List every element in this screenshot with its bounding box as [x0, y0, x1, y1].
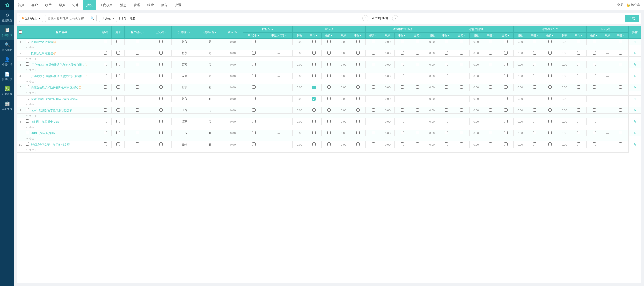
difang-jf[interactable]	[542, 50, 558, 57]
jiaoyu-jf-cb[interactable]	[460, 74, 463, 77]
zengjie-jiaofei-cell[interactable]	[322, 39, 337, 45]
confirm-cell[interactable]	[125, 84, 150, 91]
chaoshui-cell[interactable]	[99, 84, 112, 91]
difang-sb-cb[interactable]	[533, 85, 536, 89]
qingka-cell[interactable]	[112, 61, 125, 68]
chengshi-sb-cb[interactable]	[401, 142, 404, 146]
difang-jf-cb[interactable]	[548, 108, 552, 112]
qingka-cb[interactable]	[116, 40, 120, 43]
zengjie-shenb2[interactable]	[350, 96, 366, 102]
zengjie-shenb-cb[interactable]	[312, 108, 316, 112]
chengshi-shenb[interactable]	[395, 130, 410, 136]
yinshua-jf-cb[interactable]	[593, 74, 596, 77]
customer-name[interactable]: （勿删）江西股金-LSS	[24, 118, 99, 125]
chaoshui-cell[interactable]	[99, 73, 112, 79]
difang-sb-cb[interactable]	[533, 142, 536, 146]
action-cell[interactable]: ✎	[628, 73, 641, 79]
zengjie-jf-cb[interactable]	[327, 74, 331, 77]
difang-sb-cb[interactable]	[533, 120, 536, 123]
jiaoyu-jf-cb[interactable]	[460, 120, 463, 123]
qingka-cb[interactable]	[116, 142, 120, 146]
caiwu-yue-cell[interactable]: —	[265, 96, 293, 102]
jiaoyu-jf2[interactable]	[498, 96, 514, 102]
zengjie-shenb2[interactable]	[350, 118, 366, 125]
jiaoyu-jf[interactable]	[454, 118, 470, 125]
chengshi-jf-cb[interactable]	[372, 131, 375, 134]
yinshua-jf-cb[interactable]	[593, 51, 596, 55]
difang-shenb[interactable]	[527, 61, 542, 68]
zengjie-sb2-cb[interactable]	[356, 63, 360, 66]
chengshi-jf2-cb[interactable]	[416, 97, 419, 100]
note-content[interactable]: ✏ 备注：	[24, 114, 629, 118]
chengshi-jf2-cb[interactable]	[416, 51, 419, 55]
row-checkbox[interactable]	[26, 62, 29, 66]
zengjie-sb2-cb[interactable]	[356, 51, 360, 55]
edit-icon[interactable]: ✎	[633, 51, 636, 55]
edit-icon[interactable]: ✎	[633, 97, 636, 101]
jiaoyu-sb-cb[interactable]	[445, 120, 448, 123]
zengjie-sb2-cb[interactable]	[356, 85, 360, 89]
sidebar-item-baoshuijilu[interactable]: 📄 报税记录	[0, 69, 14, 84]
zengjie-shenb2[interactable]	[350, 107, 366, 114]
difang-jf[interactable]	[542, 84, 558, 91]
difang-shenb2[interactable]	[571, 130, 587, 136]
confirm-cb[interactable]	[136, 85, 139, 89]
yinshua-jf-cb[interactable]	[593, 142, 596, 146]
zengjie-jiaofei-cell[interactable]	[322, 118, 337, 125]
yinshua-sb-cb[interactable]	[619, 131, 622, 134]
difang-jf-cb[interactable]	[548, 74, 552, 77]
zengjie-jf-cb[interactable]	[327, 51, 331, 55]
chaoshui-cb[interactable]	[104, 51, 107, 55]
nav-item-shezhi[interactable]: 设置	[171, 0, 185, 10]
difang-shenb2[interactable]	[571, 96, 587, 102]
customer-name[interactable]: （原）误删勿改李艳牙测试斯套新1	[24, 107, 99, 114]
zengjie-shenb2[interactable]	[350, 61, 366, 68]
chengshi-jf2[interactable]	[410, 73, 425, 79]
yinshua-shenb[interactable]	[613, 130, 629, 136]
jiaoyu-shenb2[interactable]	[483, 130, 498, 136]
zengjie-sb2-cb[interactable]	[356, 40, 360, 43]
chengshi-shenb[interactable]	[395, 73, 410, 79]
jiaoyu-sb2-cb[interactable]	[489, 40, 492, 43]
yinshua-sb-cb[interactable]	[619, 74, 622, 77]
jiaoyu-shenb[interactable]	[439, 96, 454, 102]
note-content[interactable]: ✏ 备注：	[24, 45, 629, 50]
jiaoyu-shenb[interactable]	[439, 50, 454, 57]
difang-shenb2[interactable]	[571, 50, 587, 57]
jiaoyu-sb2-cb[interactable]	[489, 120, 492, 123]
difang-sb-cb[interactable]	[533, 51, 536, 55]
nav-item-jizhi[interactable]: 记账	[69, 0, 83, 10]
zengjie-jiaofei-cell[interactable]	[322, 50, 337, 57]
caiwu-yue-cell[interactable]: —	[265, 39, 293, 45]
difang-sb-cb[interactable]	[533, 74, 536, 77]
jiaoyu-jf-cb[interactable]	[460, 142, 463, 146]
customer-name[interactable]: 畅捷通信息技术股份有限公司民珠测试ⓘ	[24, 84, 99, 91]
filter-button[interactable]: ▽ 筛选 ▼	[99, 15, 117, 22]
yinshua-shenb[interactable]	[613, 118, 629, 125]
chengshi-shenb[interactable]	[395, 61, 410, 68]
jiaoyu-shenb2[interactable]	[483, 61, 498, 68]
chengshi-shenb[interactable]	[395, 118, 410, 125]
caiwu-nian-cell[interactable]	[243, 96, 265, 102]
difang-shenb2[interactable]	[571, 84, 587, 91]
jiaoyu-shenb2[interactable]	[483, 141, 498, 148]
chengshi-sb-cb[interactable]	[401, 85, 404, 89]
jiaoyu-sb2-cb[interactable]	[489, 108, 492, 112]
zengjie-jiaofei-cell[interactable]	[322, 141, 337, 148]
difang-jf[interactable]	[542, 130, 558, 136]
yinshua-sb-cb[interactable]	[619, 97, 622, 100]
action-cell[interactable]: ✎	[628, 118, 641, 125]
difang-sb-cb[interactable]	[533, 40, 536, 43]
jiaoyu-jf[interactable]	[454, 50, 470, 57]
chengshi-jf2[interactable]	[410, 107, 425, 114]
difang-sb2-cb[interactable]	[577, 51, 580, 55]
action-cell[interactable]: ✎	[628, 50, 641, 57]
difang-sb2-cb[interactable]	[577, 40, 580, 43]
prev-month-btn[interactable]: ‹	[362, 15, 368, 21]
jiaoyu-shenb2[interactable]	[483, 107, 498, 114]
mingxia-checkbox[interactable]	[119, 17, 123, 20]
action-cell[interactable]: ✎	[628, 130, 641, 136]
chengshi-jf2[interactable]	[410, 118, 425, 125]
jiaoyu-jf-cb[interactable]	[460, 51, 463, 55]
difang-shenb[interactable]	[527, 50, 542, 57]
